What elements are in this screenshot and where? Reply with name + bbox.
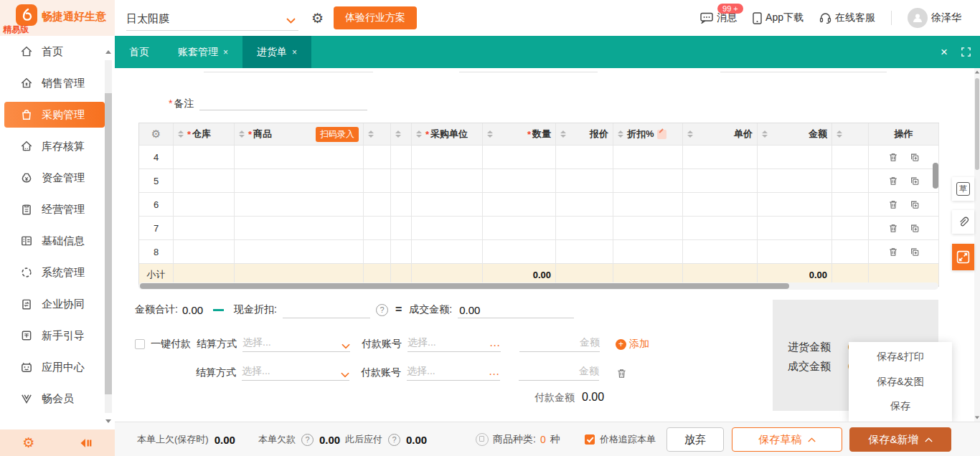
- more-options-icon[interactable]: ⋯: [489, 371, 500, 378]
- sort-icon[interactable]: [560, 130, 566, 138]
- delete-row-icon[interactable]: [888, 199, 898, 210]
- delete-row-icon[interactable]: [888, 152, 898, 163]
- online-service-button[interactable]: 在线客服: [819, 11, 875, 24]
- content-scrollbar[interactable]: [974, 68, 980, 422]
- sort-icon[interactable]: [368, 130, 374, 138]
- table-row[interactable]: 4: [139, 146, 939, 169]
- tab-account-mgmt[interactable]: 账套管理 ×: [164, 36, 242, 68]
- save-draft-button[interactable]: 保存草稿: [732, 427, 842, 452]
- cell-warehouse[interactable]: [174, 146, 235, 168]
- cell-price[interactable]: [683, 146, 758, 168]
- collapse-sidebar-icon[interactable]: [80, 437, 93, 449]
- delete-row-icon[interactable]: [888, 176, 898, 186]
- tab-close-icon[interactable]: ×: [292, 47, 297, 57]
- delete-row-icon[interactable]: [888, 247, 898, 257]
- price-track-checkbox[interactable]: [585, 434, 595, 445]
- experience-plan-button[interactable]: 体验行业方案: [334, 6, 417, 29]
- col-discount[interactable]: 折扣%: [613, 123, 683, 145]
- pay-amount-input[interactable]: 金额: [519, 335, 600, 352]
- attachment-tool-button[interactable]: [952, 210, 974, 234]
- help-icon[interactable]: ?: [388, 434, 400, 446]
- cell-quote[interactable]: [556, 146, 613, 168]
- column-settings-gear-icon[interactable]: ⚙: [139, 123, 174, 145]
- col-product[interactable]: *商品扫码录入: [235, 123, 364, 145]
- discard-button[interactable]: 放弃: [666, 427, 724, 452]
- table-row[interactable]: 8: [139, 240, 939, 264]
- scan-entry-button[interactable]: 扫码录入: [316, 127, 359, 142]
- sidebar-item-beginner-guide[interactable]: 新手引导: [0, 320, 115, 351]
- scroll-down-icon[interactable]: [975, 417, 979, 419]
- table-horizontal-scrollbar[interactable]: [138, 282, 938, 290]
- sort-icon[interactable]: [687, 130, 693, 138]
- fullscreen-icon[interactable]: [961, 47, 971, 57]
- sidebar-item-app-center[interactable]: 应用中心: [0, 351, 115, 383]
- menu-item-save[interactable]: 保存: [849, 397, 952, 416]
- sort-icon[interactable]: [239, 130, 245, 138]
- menu-item-save-print[interactable]: 保存&打印: [849, 348, 952, 366]
- col-qty[interactable]: *数量: [483, 123, 556, 145]
- col-price[interactable]: 单价: [683, 123, 758, 145]
- messages-button[interactable]: 消息 99 +: [700, 11, 737, 24]
- settle-method-select[interactable]: 选择...: [242, 364, 349, 381]
- app-download-button[interactable]: App下载: [753, 11, 804, 24]
- content-scroll-thumb[interactable]: [975, 78, 979, 170]
- one-click-pay-checkbox[interactable]: [135, 339, 145, 349]
- tab-purchase-order[interactable]: 进货单 ×: [242, 36, 311, 68]
- sort-icon[interactable]: [487, 130, 493, 138]
- scroll-up-icon[interactable]: [975, 71, 979, 74]
- save-and-new-button[interactable]: 保存&新增: [849, 427, 951, 452]
- sort-icon[interactable]: [416, 130, 422, 138]
- sort-icon[interactable]: [178, 130, 184, 138]
- delete-payment-icon[interactable]: [616, 368, 627, 379]
- table-row[interactable]: 6: [139, 193, 939, 217]
- deal-amount-input[interactable]: 0.00: [458, 301, 574, 318]
- col-aux-3[interactable]: [832, 123, 869, 145]
- settings-gear-icon[interactable]: ⚙: [311, 10, 324, 27]
- discount-edit-icon[interactable]: [657, 130, 666, 139]
- sidebar-item-system[interactable]: 系统管理: [0, 257, 115, 288]
- sidebar-item-member[interactable]: 畅会员: [0, 383, 115, 414]
- table-horizontal-scroll-thumb[interactable]: [140, 283, 789, 289]
- copy-row-icon[interactable]: [910, 199, 920, 210]
- remark-input[interactable]: [199, 94, 367, 110]
- cell-unit[interactable]: [412, 146, 483, 168]
- cell-product[interactable]: [235, 146, 364, 168]
- col-aux-2[interactable]: [391, 123, 412, 145]
- scroll-down-icon[interactable]: [105, 419, 111, 423]
- table-row[interactable]: 5: [139, 169, 939, 193]
- sidebar-item-home[interactable]: 首页: [0, 36, 115, 67]
- close-all-tabs-icon[interactable]: ×: [941, 45, 948, 60]
- pay-account-select[interactable]: 选择... ⋯: [407, 364, 500, 381]
- sidebar-scroll-thumb[interactable]: [105, 93, 112, 394]
- tab-home[interactable]: 首页: [115, 36, 164, 68]
- sort-icon[interactable]: [618, 130, 623, 138]
- cash-discount-input[interactable]: [283, 301, 370, 318]
- pay-amount-input[interactable]: 金额: [519, 364, 599, 381]
- copy-row-icon[interactable]: [910, 152, 920, 163]
- sidebar-item-operations[interactable]: 经营管理: [0, 194, 115, 225]
- copy-row-icon[interactable]: [910, 223, 920, 234]
- copy-row-icon[interactable]: [910, 247, 920, 257]
- delete-row-icon[interactable]: [888, 223, 898, 234]
- sidebar-scrollbar[interactable]: [105, 50, 112, 423]
- sidebar-item-basic-info[interactable]: 基础信息: [0, 225, 115, 257]
- cell-discount[interactable]: [613, 146, 683, 168]
- help-icon[interactable]: ?: [301, 434, 314, 446]
- cell-amount[interactable]: [758, 146, 832, 168]
- expand-tool-button[interactable]: [952, 244, 974, 270]
- draft-tool-button[interactable]: 草: [952, 177, 974, 201]
- more-options-icon[interactable]: ⋯: [489, 342, 501, 349]
- menu-item-save-send-image[interactable]: 保存&发图: [849, 373, 952, 391]
- scroll-up-icon[interactable]: [105, 50, 111, 54]
- copy-row-icon[interactable]: [910, 176, 920, 186]
- table-row[interactable]: 7: [139, 217, 939, 240]
- help-icon[interactable]: ?: [376, 304, 388, 316]
- sort-icon[interactable]: [395, 130, 401, 138]
- sidebar-settings-gear-icon[interactable]: ⚙: [22, 434, 34, 451]
- col-aux-1[interactable]: [364, 123, 391, 145]
- tab-close-icon[interactable]: ×: [223, 47, 228, 57]
- sidebar-item-collaboration[interactable]: 企业协同: [0, 288, 115, 320]
- pay-account-select[interactable]: 选择... ⋯: [407, 335, 501, 352]
- user-menu[interactable]: 徐泽华: [908, 8, 961, 28]
- col-quote[interactable]: 报价: [556, 123, 613, 145]
